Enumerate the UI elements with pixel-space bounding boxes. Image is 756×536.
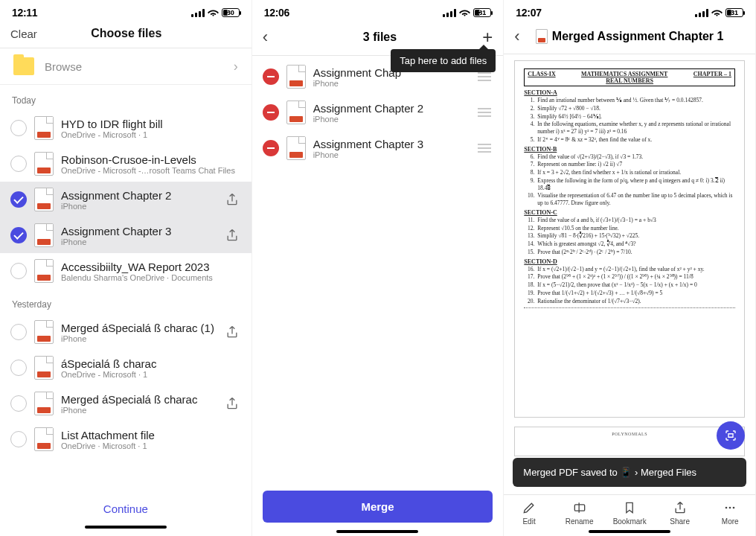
file-row[interactable]: List Attachment file OneDrive · Microsof… <box>0 421 252 457</box>
remove-button[interactable] <box>263 68 279 85</box>
pdf-icon <box>34 152 54 176</box>
share-button[interactable]: Share <box>656 500 704 526</box>
pdf-icon <box>286 100 306 124</box>
pencil-icon <box>521 500 537 516</box>
file-sub: Balendu Sharma's OneDrive · Documents <box>61 273 240 282</box>
clear-button[interactable]: Clear <box>10 28 37 40</box>
status-bar: 12:06 31 <box>252 0 504 22</box>
file-row[interactable]: Merged áSpecialá ß charac iPhone <box>0 386 252 421</box>
file-title: Assignment Chapter 2 <box>61 189 217 202</box>
pdf-icon <box>34 320 54 344</box>
continue-button[interactable]: Continue <box>0 495 252 523</box>
pdf-icon <box>34 259 54 283</box>
section-label-today: Today <box>0 85 252 110</box>
drag-handle[interactable] <box>478 72 491 81</box>
radio-unchecked[interactable] <box>10 360 27 376</box>
file-row[interactable]: HYD to IDR flight bill OneDrive - Micros… <box>0 110 252 146</box>
status-right: 30 <box>191 8 240 17</box>
radio-checked[interactable] <box>10 227 27 243</box>
section-b-label: SECTION-B <box>524 146 735 153</box>
file-row[interactable]: Assignment Chapter 3 iPhone <box>0 217 252 253</box>
drag-handle[interactable] <box>478 108 491 117</box>
merge-row[interactable]: Assignment Chapter 2 iPhone <box>252 95 504 130</box>
pdf-icon <box>34 427 54 451</box>
wifi-icon <box>459 9 470 17</box>
file-row[interactable]: Assignment Chapter 2 iPhone <box>0 182 252 217</box>
status-right: 31 <box>695 8 743 17</box>
cellular-icon <box>695 9 708 17</box>
wifi-icon <box>711 9 723 17</box>
folder-icon <box>13 57 34 75</box>
screen-pdf-viewer: 12:07 31 ‹ Merged Assignment Chapter 1 C… <box>504 0 756 536</box>
pdf-icon <box>34 392 54 415</box>
browse-row[interactable]: Browse › <box>0 48 252 85</box>
file-sub: iPhone <box>61 406 217 415</box>
file-row[interactable]: Merged áSpecialá ß charac (1) iPhone <box>0 314 252 350</box>
file-title: HYD to IDR flight bill <box>61 118 240 130</box>
toolbar: Edit Rename Bookmark Share More <box>504 494 755 527</box>
file-sub: OneDrive · Microsoft · 1 <box>61 441 240 450</box>
radio-unchecked[interactable] <box>10 324 27 340</box>
rename-button[interactable]: Rename <box>556 500 603 526</box>
radio-unchecked[interactable] <box>10 431 27 447</box>
back-button[interactable]: ‹ <box>514 27 529 46</box>
scan-icon <box>724 429 737 442</box>
remove-button[interactable] <box>263 140 279 156</box>
scan-fab[interactable] <box>717 421 745 450</box>
drag-handle[interactable] <box>478 144 491 153</box>
file-sub: iPhone <box>313 79 471 88</box>
file-title: Assignment Chapter 2 <box>313 102 471 115</box>
share-icon[interactable] <box>225 192 240 207</box>
battery-icon: 30 <box>222 8 240 17</box>
bookmark-button[interactable]: Bookmark <box>606 500 653 526</box>
home-indicator[interactable] <box>85 526 167 529</box>
file-list: Today HYD to IDR flight bill OneDrive - … <box>0 85 252 457</box>
share-icon <box>672 500 688 516</box>
cellular-icon <box>191 9 205 17</box>
file-row[interactable]: áSpecialá ß charac OneDrive - Microsoft … <box>0 350 252 386</box>
more-icon <box>722 500 738 516</box>
pdf-icon <box>34 356 54 380</box>
share-icon[interactable] <box>225 396 240 411</box>
add-files-tooltip: Tap here to add files <box>391 49 496 72</box>
saved-toast: Merged PDF saved to 📱 › Merged Files <box>513 458 746 487</box>
file-title: Accessibiilty_WA Report 2023 <box>61 261 240 273</box>
radio-unchecked[interactable] <box>10 120 27 136</box>
section-label-yesterday: Yesterday <box>0 289 252 314</box>
status-bar: 12:11 30 <box>0 0 252 22</box>
file-title: Assignment Chapter 3 <box>313 138 471 150</box>
more-button[interactable]: More <box>706 500 754 526</box>
pdf-page-1[interactable]: CLASS-IX MATHEMATICS ASSIGNMENT CHAPTER … <box>514 60 745 418</box>
home-indicator[interactable] <box>589 530 670 533</box>
radio-unchecked[interactable] <box>10 156 27 172</box>
status-time: 12:07 <box>516 7 541 19</box>
share-icon[interactable] <box>225 325 240 339</box>
back-button[interactable]: ‹ <box>263 28 278 47</box>
home-indicator[interactable] <box>336 530 418 533</box>
footer: Merge <box>252 483 504 536</box>
svg-point-2 <box>729 507 731 509</box>
merge-row[interactable]: Assignment Chapter 3 iPhone <box>252 130 504 166</box>
merge-button[interactable]: Merge <box>263 491 493 523</box>
pdf-icon <box>286 136 306 160</box>
svg-rect-0 <box>574 505 584 511</box>
edit-button[interactable]: Edit <box>505 500 553 526</box>
merge-file-list: Assignment Chap iPhone Assignment Chapte… <box>252 56 504 166</box>
file-sub: iPhone <box>61 334 217 343</box>
radio-unchecked[interactable] <box>10 263 27 279</box>
share-icon[interactable] <box>225 228 240 243</box>
file-title: List Attachment file <box>61 429 240 441</box>
remove-button[interactable] <box>263 104 279 121</box>
pdf-icon <box>286 65 306 89</box>
file-title: áSpecialá ß charac <box>61 357 240 370</box>
radio-unchecked[interactable] <box>10 395 27 412</box>
wifi-icon <box>208 9 219 17</box>
file-row[interactable]: Robinson-Crusoe-in-Levels OneDrive - Mic… <box>0 146 252 182</box>
nav-header: ‹ Merged Assignment Chapter 1 <box>504 22 755 54</box>
file-row[interactable]: Accessibiilty_WA Report 2023 Balendu Sha… <box>0 253 252 289</box>
file-title: Merged áSpecialá ß charac <box>61 393 217 406</box>
radio-checked[interactable] <box>10 191 27 208</box>
pdf-page-2-peek[interactable]: POLYNOMIALS <box>514 427 745 456</box>
doc-header-box: CLASS-IX MATHEMATICS ASSIGNMENT CHAPTER … <box>524 68 735 86</box>
pdf-icon <box>34 188 54 211</box>
